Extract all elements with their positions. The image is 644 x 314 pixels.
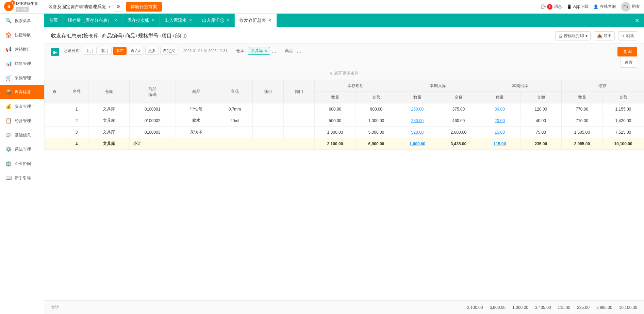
goods-ellipsis[interactable]: … xyxy=(297,48,301,54)
expand-more-button[interactable]: ∨ 展开更多条件 xyxy=(330,70,359,76)
row1-in-qty[interactable]: 250.00 xyxy=(397,103,438,115)
tab-bar-close-button[interactable]: ✕ xyxy=(630,17,644,24)
tab-stock-dist[interactable]: 现存量（库存分布表） ✕ xyxy=(63,14,122,27)
row2-in-qty[interactable]: 230.00 xyxy=(397,115,438,127)
sidebar-item-guide[interactable]: 📖 新手引导 xyxy=(0,171,44,185)
sidebar-item-inventory[interactable]: 📦 库存核算 xyxy=(0,85,44,99)
print-dropdown-icon: ▾ xyxy=(585,34,588,38)
filter-expand-button[interactable]: ▶ xyxy=(51,48,59,56)
row1-out-qty[interactable]: 80.00 xyxy=(479,103,520,115)
row2-out-qty[interactable]: 20.00 xyxy=(479,115,520,127)
th-out: 本期出库 xyxy=(479,80,561,92)
row1-in-amt: 375.00 xyxy=(438,103,479,115)
row1-open-qty: 600.00 xyxy=(314,103,356,115)
tab-recv-send[interactable]: 收发存汇总表 ✕ xyxy=(235,14,277,27)
search-icon: 🔍 xyxy=(5,18,12,24)
row2-open-amt: 1,000.00 xyxy=(356,115,397,127)
finance-icon: 💰 xyxy=(5,103,12,110)
set-button[interactable]: 设置 xyxy=(620,58,637,68)
sidebar-item-quick-nav[interactable]: 🏠 快捷导航 xyxy=(0,28,44,42)
row1-project xyxy=(253,103,284,115)
operations-icon: 📋 xyxy=(5,118,12,124)
logo-text: 畅捷通好生意 标准版 xyxy=(16,1,38,12)
last-month-btn[interactable]: 上月 xyxy=(83,47,97,55)
sidebar-item-search[interactable]: 🔍 搜索菜单 xyxy=(0,14,44,28)
system-title: 装备及固定资产辅助管理系统 ▾ ⚙ 体验行业方案 xyxy=(48,2,541,12)
message-button[interactable]: 💬 6 消息 xyxy=(541,4,562,10)
export-button[interactable]: 📤 导出 xyxy=(594,31,615,40)
sidebar-item-sales[interactable]: 📊 销售管理 xyxy=(0,56,44,71)
row1-check xyxy=(45,103,65,115)
row3-code: 0100003 xyxy=(129,127,176,138)
warehouse-label: 仓库 xyxy=(236,48,244,54)
tab-close-batch[interactable]: ✕ xyxy=(151,18,155,23)
th-settings[interactable]: ⚙ xyxy=(45,80,65,103)
tab-inout-summary[interactable]: 出入库汇总 ✕ xyxy=(197,14,235,27)
sidebar-item-purchase[interactable]: 🛒 采购管理 xyxy=(0,71,44,85)
refresh-button[interactable]: ↺ 刷新 xyxy=(618,31,637,40)
th-opening: 库存期初 xyxy=(314,80,397,92)
row1-name: 中性笔 xyxy=(176,103,217,115)
th-no: 序号 xyxy=(65,80,88,103)
expand-more-icon: ∨ xyxy=(330,71,333,76)
header-right: 💬 6 消息 📱 App下载 👤 在线客服 Ea 用友 xyxy=(541,2,640,12)
tab-close-inout-flow[interactable]: ✕ xyxy=(189,18,192,23)
gear-button[interactable]: ⚙ xyxy=(114,2,123,12)
page-title-bar: 收发存汇总表(按仓库+商品编码+商品+规格型号+项目+部门) 🖨 按模板打印 ▾… xyxy=(44,27,644,44)
custom-btn[interactable]: 自定义 xyxy=(160,47,178,55)
row1-bal-qty: 770.00 xyxy=(561,103,602,115)
sidebar-item-enterprise[interactable]: 🏢 企业协同 xyxy=(0,156,44,171)
print-button[interactable]: 🖨 按模板打印 ▾ xyxy=(555,31,591,40)
row3-in-qty[interactable]: 520.00 xyxy=(397,127,438,138)
logo-badge: 6 xyxy=(10,0,15,5)
page-title: 收发存汇总表(按仓库+商品编码+商品+规格型号+项目+部门) xyxy=(51,33,187,39)
bottom-bar: 合计 2,100.00 6,900.00 1,000.00 3,435.00 1… xyxy=(44,300,644,314)
warehouse-ellipsis[interactable]: … xyxy=(271,48,276,54)
this-month-btn[interactable]: 本月 xyxy=(98,47,112,55)
user-button[interactable]: Ea 用友 xyxy=(621,2,640,12)
tab-inout-flow[interactable]: 出入库流水 ✕ xyxy=(160,14,197,27)
expand-more-row: ∨ 展开更多条件 xyxy=(51,70,637,76)
row3-out-qty[interactable]: 15.00 xyxy=(479,127,520,138)
app-download-button[interactable]: 📱 App下载 xyxy=(567,4,589,10)
right-buttons: 查询 设置 xyxy=(617,47,637,68)
warehouse-tag-close[interactable]: ✕ xyxy=(264,49,267,53)
tab-batch-account[interactable]: 库存批次账 ✕ xyxy=(122,14,160,27)
dropdown-icon[interactable]: ▾ xyxy=(109,4,111,9)
logo-icon: 6 6 xyxy=(4,2,14,11)
footer-label: 合计 xyxy=(51,304,59,310)
this-year-btn[interactable]: 本年 xyxy=(113,47,127,55)
sidebar: 🔍 搜索菜单 🏠 快捷导航 📢 营销推广 📊 销售管理 🛒 采购管理 📦 库存核… xyxy=(0,14,44,314)
home-icon: 🏠 xyxy=(5,32,12,38)
online-service-button[interactable]: 👤 在线客服 xyxy=(593,4,616,10)
row3-no: 3 xyxy=(65,127,88,138)
7days-btn[interactable]: 近7天 xyxy=(128,47,144,55)
sub-out-qty[interactable]: 115.00 xyxy=(479,138,520,150)
query-button[interactable]: 查询 xyxy=(617,47,637,56)
trial-button[interactable]: 体验行业方案 xyxy=(126,2,162,12)
sidebar-item-operations[interactable]: 📋 经营管理 xyxy=(0,114,44,128)
tab-close-recv-send[interactable]: ✕ xyxy=(268,18,271,23)
tab-close-stock-dist[interactable]: ✕ xyxy=(114,18,117,23)
row2-project xyxy=(253,115,284,127)
sidebar-item-basics[interactable]: 📰 基础信息 xyxy=(0,128,44,142)
sidebar-item-marketing[interactable]: 📢 营销推广 xyxy=(0,42,44,56)
footer-open-qty: 2,100.00 xyxy=(467,305,483,310)
sidebar-item-system[interactable]: ⚙️ 系统管理 xyxy=(0,142,44,156)
logo-area: 6 6 畅捷通好生意 标准版 xyxy=(4,1,48,12)
sub-in-qty[interactable]: 1,000.00 xyxy=(397,138,438,150)
tab-close-inout-summary[interactable]: ✕ xyxy=(226,18,230,23)
table-row: 1 文具库 0100001 中性笔 0.7mm 600.00 900.00 25… xyxy=(45,103,644,115)
tab-home[interactable]: 首页 xyxy=(44,14,63,27)
row3-bal-amt: 7,525.00 xyxy=(602,127,644,138)
th-open-qty: 数量 xyxy=(314,92,356,103)
th-open-amt: 金额 xyxy=(356,92,397,103)
sub-check xyxy=(45,138,65,150)
date-label: 记账日期 xyxy=(63,48,80,54)
sidebar-item-finance[interactable]: 💰 资金管理 xyxy=(0,99,44,114)
more-btn[interactable]: 更多 xyxy=(145,47,159,55)
th-out-qty: 数量 xyxy=(479,92,520,103)
th-goods-code: 商品编码 xyxy=(129,80,176,103)
sub-bal-amt: 10,100.00 xyxy=(602,138,644,150)
row2-code: 0100002 xyxy=(129,115,176,127)
